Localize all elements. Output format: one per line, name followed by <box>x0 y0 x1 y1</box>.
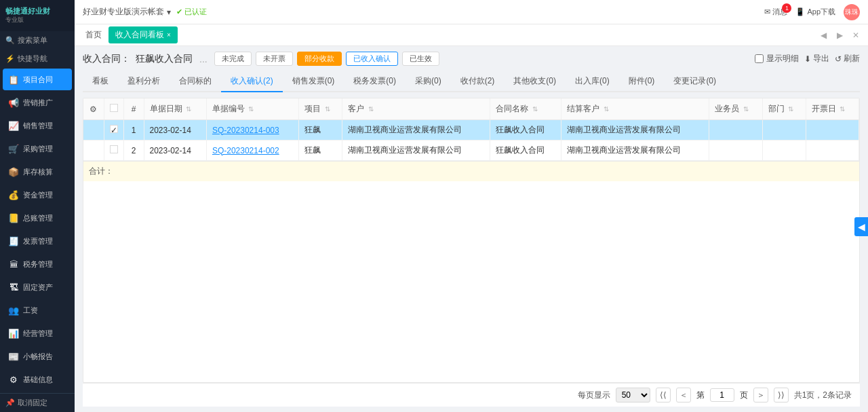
col-dept[interactable]: 部门 ⇅ <box>762 98 806 120</box>
sidebar-item-sales[interactable]: 📈 销售管理 <box>3 115 72 136</box>
tab-other-income[interactable]: 其他收支(0) <box>504 71 566 92</box>
row-checkbox[interactable] <box>104 141 123 161</box>
unpin-button[interactable]: 📌 取消固定 <box>0 393 75 412</box>
row-contract-name: 狂飙收入合同 <box>490 141 561 161</box>
sidebar-item-general[interactable]: 📒 总账管理 <box>3 207 72 229</box>
tab-change-log[interactable]: 变更记录(0) <box>664 71 726 92</box>
report-icon: 📰 <box>8 351 19 362</box>
sidebar-item-fixedasset[interactable]: 🏗 固定资产 <box>3 276 72 298</box>
sidebar-item-purchase[interactable]: 🛒 采购管理 <box>3 138 72 160</box>
table-row[interactable]: 2 2023-02-14 SQ-20230214-002 狂飙 湖南卫视商业运营… <box>83 141 859 161</box>
tab-sales-invoice[interactable]: 销售发票(0) <box>283 71 344 92</box>
tab-close-button[interactable]: ✕ <box>849 29 863 42</box>
sidebar-item-project[interactable]: 📋 项目合同 <box>3 69 72 90</box>
content-area: 收入合同： 狂飙收入合同 ... 未完成 未开票 部分收款 已收入确认 已生效 … <box>75 46 868 412</box>
next-page-button[interactable]: ＞ <box>753 388 768 402</box>
row-dept <box>762 120 806 141</box>
tab-purchase[interactable]: 采购(0) <box>406 71 451 92</box>
messages-button[interactable]: ✉ 消息 1 <box>764 7 787 17</box>
sidebar-item-bizmanage[interactable]: 📊 经营管理 <box>3 322 72 344</box>
sidebar-item-hr[interactable]: 👥 工资 <box>3 299 72 321</box>
more-button[interactable]: ... <box>199 54 208 64</box>
col-setting[interactable]: ⚙ <box>83 98 104 120</box>
tab-contract-subject[interactable]: 合同标的 <box>170 71 221 92</box>
row-order-no[interactable]: SQ-20230214-002 <box>206 141 298 161</box>
sidebar-item-report[interactable]: 📰 小畅报告 <box>3 345 72 367</box>
row-invoice-date <box>806 120 859 141</box>
tab-revenue-confirm[interactable]: 收入确认(2) <box>221 71 283 92</box>
col-checkbox[interactable] <box>104 98 123 120</box>
certified-label: 已认证 <box>184 7 207 17</box>
prev-page-button[interactable]: ＜ <box>676 388 691 402</box>
status-tag-effective[interactable]: 已生效 <box>402 52 439 66</box>
certified-badge: ✔ 已认证 <box>176 7 207 17</box>
col-invoice-date[interactable]: 开票日 ⇅ <box>806 98 859 120</box>
sidebar-item-capital[interactable]: 💰 资金管理 <box>3 184 72 206</box>
col-order-no[interactable]: 单据编号 ⇅ <box>206 98 298 120</box>
sidebar-item-invoice[interactable]: 🧾 发票管理 <box>3 230 72 252</box>
messages-badge: 1 <box>782 3 791 13</box>
lightning-icon: ⚡ <box>5 54 15 63</box>
sidebar-item-basic[interactable]: ⚙ 基础信息 <box>3 369 72 390</box>
page-input[interactable] <box>710 388 734 402</box>
tab-payment[interactable]: 收付款(2) <box>451 71 505 92</box>
tab-kanban[interactable]: 看板 <box>83 71 118 92</box>
invoice-icon: 🧾 <box>8 236 19 246</box>
row-date: 2023-02-14 <box>144 120 206 141</box>
col-date[interactable]: 单据日期 ⇅ <box>144 98 206 120</box>
per-page-select[interactable]: 50 20 100 <box>616 388 650 402</box>
sidebar-item-search[interactable]: 🔍 搜索菜单 <box>0 31 75 50</box>
sidebar-item-label: 采购管理 <box>23 144 53 154</box>
first-page-button[interactable]: ⟨⟨ <box>656 388 671 402</box>
col-settle-client[interactable]: 结算客户 ⇅ <box>561 98 709 120</box>
tab-attachment[interactable]: 附件(0) <box>619 71 665 92</box>
row-checkbox[interactable]: ✓ <box>104 120 123 141</box>
select-all-checkbox[interactable] <box>110 104 118 112</box>
sidebar-item-label: 基础信息 <box>23 375 53 385</box>
right-float-button[interactable]: ◀ <box>854 217 868 236</box>
sidebar-item-tax[interactable]: 🏛 税务管理 <box>3 253 72 275</box>
unpin-icon: 📌 <box>5 398 15 407</box>
home-label: 首页 <box>85 30 102 39</box>
table-header-row: ⚙ # 单据日期 ⇅ 单据编号 ⇅ 项目 ⇅ 客户 ⇅ 合同名称 ⇅ 结算客户 … <box>83 98 859 120</box>
col-project[interactable]: 项目 ⇅ <box>299 98 342 120</box>
search-icon: 🔍 <box>5 36 15 45</box>
row-order-no[interactable]: SQ-20230214-003 <box>206 120 298 141</box>
company-selector[interactable]: 好业财专业版演示帐套 ▾ <box>83 6 171 18</box>
status-tag-confirmed[interactable]: 已收入确认 <box>346 52 398 66</box>
avatar[interactable]: 珠珠 <box>844 4 860 20</box>
tab-tax-invoice[interactable]: 税务发票(0) <box>344 71 406 92</box>
last-page-button[interactable]: ⟩⟩ <box>774 388 789 402</box>
row-contract-name: 狂飙收入合同 <box>490 120 561 141</box>
status-tag-incomplete[interactable]: 未完成 <box>214 52 252 66</box>
tab-inout[interactable]: 出入库(0) <box>566 71 619 92</box>
tab-profit[interactable]: 盈利分析 <box>118 71 170 92</box>
show-detail-input[interactable] <box>755 54 764 63</box>
tab-next-button[interactable]: ▶ <box>833 29 846 42</box>
app-download-button[interactable]: 📱 App下载 <box>795 7 835 17</box>
col-client[interactable]: 客户 ⇅ <box>342 98 490 120</box>
row-setting[interactable] <box>83 141 104 161</box>
status-tag-partial[interactable]: 部分收款 <box>297 52 342 66</box>
tab-active[interactable]: 收入合同看板 × <box>108 26 178 43</box>
refresh-button[interactable]: ↺ 刷新 <box>835 53 860 64</box>
col-salesperson[interactable]: 业务员 ⇅ <box>709 98 762 120</box>
col-contract-name[interactable]: 合同名称 ⇅ <box>490 98 561 120</box>
row-select-checkbox[interactable]: ✓ <box>110 125 118 133</box>
row-select-checkbox[interactable] <box>110 145 118 153</box>
show-detail-checkbox[interactable]: 显示明细 <box>755 53 799 64</box>
tab-close-icon[interactable]: × <box>167 31 171 39</box>
status-tag-uninvoiced[interactable]: 未开票 <box>256 52 293 66</box>
tab-home[interactable]: 首页 <box>80 26 107 43</box>
tab-prev-button[interactable]: ◀ <box>816 29 830 42</box>
export-button[interactable]: ⬇ 导出 <box>804 53 829 64</box>
general-icon: 📒 <box>8 212 19 223</box>
tax-icon: 🏛 <box>8 259 19 269</box>
sidebar-item-inventory[interactable]: 📦 库存核算 <box>3 161 72 183</box>
row-setting[interactable] <box>83 120 104 141</box>
pagination: 每页显示 50 20 100 ⟨⟨ ＜ 第 页 ＞ ⟩⟩ 共1页，2条记录 <box>83 383 860 407</box>
sidebar-item-marketing[interactable]: 📢 营销推广 <box>3 92 72 113</box>
sidebar-item-quicknav[interactable]: ⚡ 快捷导航 <box>0 50 75 68</box>
sidebar-item-label: 经营管理 <box>23 329 53 339</box>
table-row[interactable]: ✓ 1 2023-02-14 SQ-20230214-003 狂飙 湖南卫视商业… <box>83 120 859 141</box>
